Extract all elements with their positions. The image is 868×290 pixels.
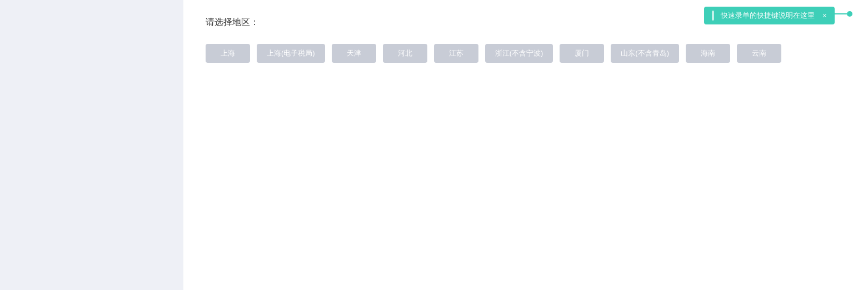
region-button-shandong[interactable]: 山东(不含青岛) <box>611 44 679 63</box>
main-content: 请选择地区： 上海上海(电子税局)天津河北江苏浙江(不含宁波)厦门山东(不含青岛… <box>183 0 868 290</box>
region-button-xiamen[interactable]: 厦门 <box>560 44 604 63</box>
region-button-hebei[interactable]: 河北 <box>383 44 427 63</box>
region-button-shanghai[interactable]: 上海 <box>206 44 250 63</box>
tooltip-bar: 快速录单的快捷键说明在这里 × <box>704 7 835 24</box>
tooltip-connector <box>835 13 847 14</box>
left-sidebar <box>0 0 183 290</box>
tooltip-dot <box>847 11 852 17</box>
tooltip-text: 快速录单的快捷键说明在这里 <box>721 11 815 21</box>
region-buttons-container: 上海上海(电子税局)天津河北江苏浙江(不含宁波)厦门山东(不含青岛)海南云南 <box>206 44 846 63</box>
region-button-jiangsu[interactable]: 江苏 <box>434 44 478 63</box>
region-button-shanghai-etax[interactable]: 上海(电子税局) <box>257 44 325 63</box>
region-button-zhejiang[interactable]: 浙江(不含宁波) <box>485 44 553 63</box>
tooltip-accent <box>712 11 714 21</box>
tooltip-close-button[interactable]: × <box>822 11 827 20</box>
region-button-yunnan[interactable]: 云南 <box>737 44 781 63</box>
region-button-tianjin[interactable]: 天津 <box>332 44 376 63</box>
region-button-hainan[interactable]: 海南 <box>686 44 730 63</box>
